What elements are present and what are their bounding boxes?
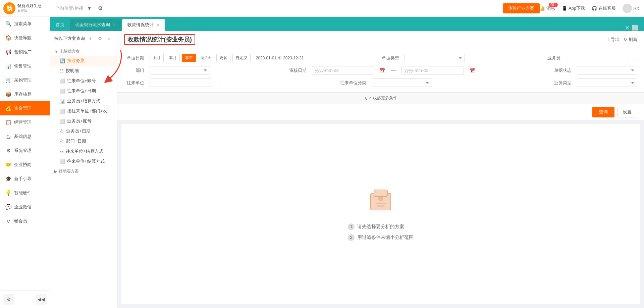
- sidebar-item-finance[interactable]: 💰 资金管理: [0, 101, 50, 115]
- calendar-start-icon[interactable]: 📅: [380, 68, 385, 73]
- doc-status-select[interactable]: [577, 66, 637, 74]
- tab-collection-close[interactable]: ✕: [156, 22, 160, 27]
- sidebar-item-quicknav[interactable]: 🏠 快捷导航: [0, 31, 50, 45]
- sidebar-item-inventory[interactable]: 📦 库存核算: [0, 87, 50, 101]
- tree-item-unit-account[interactable]: ⬜ 往来单位+账号: [50, 76, 117, 86]
- salesman-label: 业务员: [540, 55, 560, 61]
- sidebar-collapse-btn[interactable]: ◀◀: [36, 294, 47, 305]
- step-1-text: 请先选择要分析的方案: [357, 224, 404, 230]
- tree-item-icon-udept: ⬜: [60, 109, 65, 114]
- step-num-2: 2: [348, 234, 355, 241]
- settings-button[interactable]: 设置: [617, 107, 637, 117]
- logo-icon: 畅: [3, 2, 15, 14]
- sidebar-item-marketing[interactable]: 📢 营销推广: [0, 45, 50, 59]
- tab-collection-label: 收款情况统计: [127, 22, 154, 28]
- message-btn[interactable]: 🔔 消息 99+: [540, 5, 555, 11]
- sidebar-settings-btn[interactable]: ⚙: [3, 294, 14, 305]
- counterpart-input[interactable]: [150, 79, 212, 87]
- tree-item-by-salesman[interactable]: 🔄 按业务员: [50, 56, 117, 66]
- salesman-more-btn[interactable]: ...: [634, 55, 637, 60]
- export-button[interactable]: ↑ 导出: [607, 37, 620, 43]
- tree-desktop-group[interactable]: ▼ 电脑端方案: [50, 47, 117, 56]
- salesman-input[interactable]: [566, 54, 628, 62]
- sidebar-item-purchase[interactable]: 🛒 采购管理: [0, 73, 50, 87]
- dept-select[interactable]: [150, 66, 210, 74]
- counterpart-type-select[interactable]: [372, 79, 432, 87]
- sidebar-nav: 🔍 搜索菜单 🏠 快捷导航 📢 营销推广 📊 销售管理 🛒 采购管理 📦: [0, 17, 50, 290]
- tree-mobile-group[interactable]: ▶ 移动端方案: [50, 166, 117, 175]
- sidebar-item-label: 经营管理: [14, 119, 32, 125]
- review-date-end-input[interactable]: [401, 66, 464, 74]
- topbar-gear-btn[interactable]: ⚙: [96, 4, 105, 13]
- sidebar-item-wechat[interactable]: 💬 企业微信: [0, 200, 50, 214]
- calendar-end-icon[interactable]: 📅: [469, 68, 475, 73]
- date-end: 2023-12-31: [283, 56, 304, 60]
- tree-item-unit-settle1[interactable]: ☷ 往来单位+结算方式: [50, 146, 117, 156]
- panel-add-btn[interactable]: +: [87, 35, 94, 42]
- type-select[interactable]: [405, 54, 465, 62]
- sidebar-item-basic[interactable]: 🗂 基础信息: [0, 130, 50, 144]
- window-maximize-btn[interactable]: ⬜: [632, 24, 639, 31]
- export-icon: ↑: [607, 37, 610, 42]
- action-bar: 查询 设置: [117, 104, 644, 120]
- topbar-dropdown-btn[interactable]: ▼: [87, 6, 92, 11]
- sidebar-item-operations[interactable]: 📋 经营管理: [0, 115, 50, 130]
- topbar-left: 当前位置/路径 ▼ ⚙: [56, 4, 105, 13]
- tab-bank[interactable]: 现金银行流水查询 ✕: [70, 19, 121, 31]
- panel-collapse-btn[interactable]: «: [106, 35, 113, 42]
- tree-item-icon-ua: ⬜: [60, 79, 65, 84]
- svg-rect-4: [377, 205, 385, 207]
- date-btn-last-month[interactable]: 上月: [150, 54, 164, 62]
- step-2-text: 用过滤条件来缩小分析范围: [357, 235, 414, 241]
- sidebar-item-corp[interactable]: 🤝 企业协同: [0, 158, 50, 172]
- date-btn-this-year[interactable]: 本年: [182, 54, 196, 62]
- tree-item-salesman-settle[interactable]: 📊 业务员+结算方式: [50, 96, 117, 106]
- tabs-window-btns: ✕ ⬜: [620, 24, 644, 31]
- app-logo: 畅 畅捷通好生意 标准版: [0, 0, 50, 17]
- topbar-right: 🔔 消息 99+ 📱 App下载 🎧 在线客服 Rit: [540, 4, 639, 13]
- app-download-btn[interactable]: 📱 App下载: [562, 5, 585, 11]
- window-close-btn[interactable]: ✕: [625, 24, 629, 31]
- date-btn-7days[interactable]: 近7天: [198, 54, 214, 62]
- refresh-label: 刷新: [629, 37, 637, 43]
- tree-item-icon-us1: ☷: [60, 149, 64, 154]
- tree-mobile-group-label: 移动端方案: [59, 168, 79, 174]
- date-btn-custom[interactable]: 自定义: [232, 54, 251, 62]
- tree-item-dept-date[interactable]: ⏱ 部门+日期: [50, 136, 117, 146]
- tree-item-salesman-account[interactable]: ⬜ 业务员+账号: [50, 116, 117, 126]
- collapse-label: ∧ 收起更多条件: [369, 95, 397, 101]
- review-date-start-input[interactable]: [312, 66, 374, 74]
- sidebar-item-system[interactable]: ⚙ 系统管理: [0, 144, 50, 158]
- biz-type-select[interactable]: [577, 79, 637, 87]
- counterpart-more-btn[interactable]: ...: [217, 80, 221, 85]
- tree-item-unit-date[interactable]: ⬜ 往来单位+日期: [50, 86, 117, 96]
- user-profile-btn[interactable]: Rit: [623, 4, 639, 13]
- date-separator: 至: [278, 55, 282, 61]
- trial-button[interactable]: 体验行业方案: [503, 3, 540, 13]
- sidebar-item-sales[interactable]: 📊 销售管理: [0, 59, 50, 73]
- refresh-button[interactable]: ↻ 刷新: [624, 37, 637, 43]
- tree-item-unit-settle2[interactable]: ⬜ 往来单位+结算方式: [50, 156, 117, 166]
- date-btn-this-month[interactable]: 本月: [166, 54, 180, 62]
- sidebar-item-label: 采购管理: [14, 77, 32, 83]
- sidebar-item-member[interactable]: V 畅会员: [0, 214, 50, 228]
- date-btn-more[interactable]: 更多: [216, 54, 230, 62]
- panel-gear-btn[interactable]: ⚙: [96, 35, 104, 42]
- sidebar-item-guide[interactable]: 🎓 新手引导: [0, 172, 50, 186]
- online-support-btn[interactable]: 🎧 在线客服: [592, 5, 616, 11]
- tree-item-unit-dept[interactable]: ⬜ 按往来单位+部门+收...: [50, 106, 117, 116]
- counterpart-label: 往来单位: [124, 80, 144, 86]
- basic-icon: 🗂: [5, 134, 11, 140]
- collapse-more-btn[interactable]: ∧ ∧ 收起更多条件: [364, 95, 397, 101]
- tree-item-by-detail[interactable]: ☷ 按明细: [50, 66, 117, 76]
- sidebar-item-smart[interactable]: 💡 智能硬件: [0, 186, 50, 200]
- type-label: 单据类型: [379, 55, 399, 61]
- empty-state: 1 请先选择要分析的方案 2 用过滤条件来缩小分析范围: [121, 124, 640, 304]
- query-button[interactable]: 查询: [592, 107, 614, 117]
- tab-collection[interactable]: 收款情况统计 ✕: [122, 19, 165, 31]
- tree-item-salesman-date[interactable]: ⏱ 业务员+日期: [50, 126, 117, 136]
- tab-home[interactable]: 首页: [50, 19, 70, 31]
- sidebar-item-search[interactable]: 🔍 搜索菜单: [0, 17, 50, 31]
- tab-bank-close[interactable]: ✕: [113, 22, 116, 27]
- collapse-icon: ∧: [364, 96, 367, 101]
